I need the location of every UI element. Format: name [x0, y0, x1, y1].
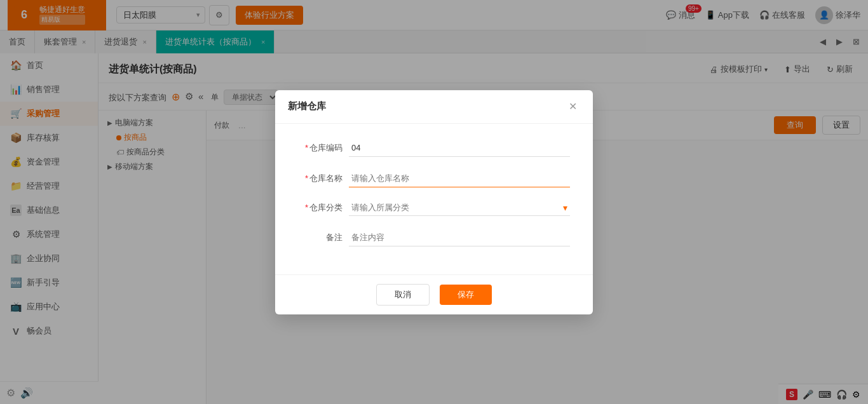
category-label: 仓库分类: [298, 202, 349, 213]
dialog-body: 仓库编码 仓库名称 仓库分类 ▾ 备注: [275, 124, 593, 274]
dialog-overlay: 新增仓库 ✕ 仓库编码 仓库名称 仓库分类 ▾: [0, 0, 868, 404]
name-label: 仓库名称: [298, 173, 349, 184]
dialog-footer: 取消 保存: [275, 274, 593, 314]
form-row-note: 备注: [298, 229, 570, 246]
category-input[interactable]: [351, 203, 563, 212]
category-chevron-icon[interactable]: ▾: [563, 203, 567, 213]
category-select[interactable]: ▾: [349, 200, 570, 216]
code-input[interactable]: [349, 139, 570, 157]
dialog-header: 新增仓库 ✕: [275, 90, 593, 124]
cancel-button[interactable]: 取消: [376, 284, 430, 306]
name-input[interactable]: [349, 170, 570, 187]
form-row-name: 仓库名称: [298, 170, 570, 187]
code-label: 仓库编码: [298, 142, 349, 154]
warehouse-dialog: 新增仓库 ✕ 仓库编码 仓库名称 仓库分类 ▾: [275, 90, 593, 314]
form-row-code: 仓库编码: [298, 139, 570, 157]
note-label: 备注: [298, 232, 349, 243]
save-button[interactable]: 保存: [440, 285, 492, 305]
dialog-close-button[interactable]: ✕: [565, 99, 580, 114]
dialog-title: 新增仓库: [288, 100, 326, 112]
form-row-category: 仓库分类 ▾: [298, 200, 570, 216]
note-input[interactable]: [349, 229, 570, 246]
